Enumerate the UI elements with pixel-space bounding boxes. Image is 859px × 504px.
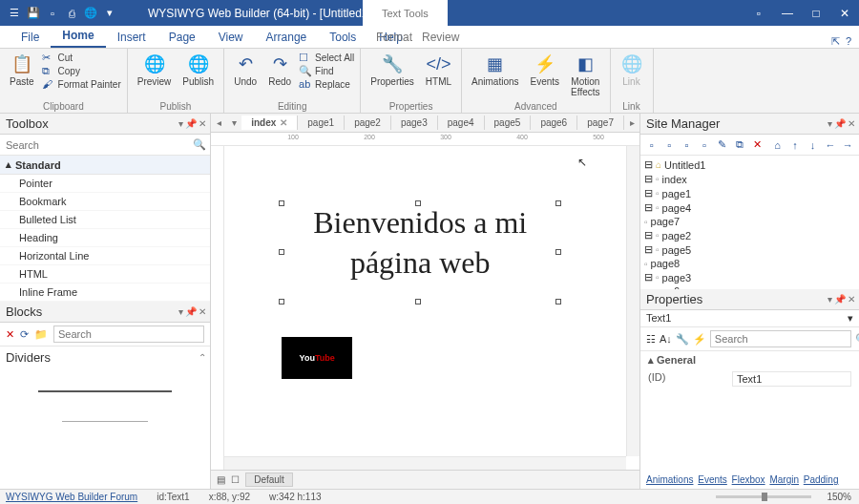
youtube-element[interactable]: YouTube	[282, 337, 352, 379]
link-button[interactable]: 🌐Link	[617, 51, 647, 89]
zoom-thumb[interactable]	[762, 493, 767, 501]
redo-button[interactable]: ↷Redo	[264, 51, 295, 89]
tree-node[interactable]: ⊟▫page4	[644, 200, 855, 215]
close-icon[interactable]: ✕	[848, 118, 855, 129]
link-animations[interactable]: Animations	[646, 474, 693, 485]
page-tab[interactable]: page4	[438, 116, 485, 130]
print-icon[interactable]: ⎙	[65, 7, 78, 20]
scroll-left-icon[interactable]: ◂	[211, 117, 226, 128]
search-icon[interactable]: 🔍	[855, 333, 859, 346]
tree-root[interactable]: ⊟⌂Untitled1	[644, 158, 855, 172]
resize-handle[interactable]	[279, 200, 284, 206]
property-object-selector[interactable]: Text1▾	[640, 310, 859, 327]
tab-view[interactable]: View	[207, 27, 255, 48]
resize-handle[interactable]	[279, 299, 284, 304]
toolbox-search-input[interactable]	[0, 139, 189, 151]
menu-icon[interactable]: ☰	[8, 7, 21, 20]
delete-icon[interactable]: ✕	[750, 138, 765, 151]
save-icon[interactable]: 💾	[27, 7, 40, 20]
qat-dropdown-icon[interactable]: ▾	[103, 7, 116, 20]
tab-review[interactable]: Review	[410, 27, 471, 48]
vertical-scrollbar[interactable]	[626, 146, 639, 456]
wrench-icon[interactable]: 🔧	[676, 333, 689, 346]
folder-icon[interactable]: 📁	[34, 328, 48, 341]
text-element[interactable]: Bienvenidos a mi página web	[282, 203, 558, 283]
tool-pointer[interactable]: Pointer	[0, 175, 210, 193]
down-icon[interactable]: ↓	[806, 139, 820, 151]
tab-insert[interactable]: Insert	[106, 27, 157, 48]
tree-node[interactable]: ⊟▫page3	[644, 270, 855, 284]
resize-handle[interactable]	[415, 200, 421, 206]
tree-node[interactable]: ▫page8	[644, 257, 855, 270]
page-tab[interactable]: page3	[391, 116, 438, 130]
pin-icon[interactable]: ▾	[178, 306, 183, 317]
tool-inline-frame[interactable]: Inline Frame	[0, 284, 210, 302]
resize-handle[interactable]	[415, 299, 421, 304]
maximize-icon[interactable]: □	[802, 0, 830, 26]
new-folder-icon[interactable]: ▫	[661, 139, 676, 151]
tool-bulleted-list[interactable]: Bulleted List	[0, 211, 210, 229]
properties-button[interactable]: 🔧Properties	[367, 51, 418, 89]
breakpoint-icon[interactable]: ▤	[217, 474, 225, 485]
delete-icon[interactable]: ✕	[6, 328, 14, 341]
globe-icon[interactable]: 🌐	[84, 7, 97, 20]
search-icon[interactable]: 🔍	[189, 138, 210, 151]
left-icon[interactable]: ←	[823, 139, 837, 151]
tree-node[interactable]: ⊟▫page1	[644, 186, 855, 200]
design-canvas[interactable]: Bienvenidos a mi página web YouTube ↖	[224, 146, 626, 456]
tree-node[interactable]: ⊟▫index	[644, 172, 855, 186]
replace-button[interactable]: abReplace	[299, 77, 354, 91]
categorize-icon[interactable]: ☷	[646, 333, 656, 346]
animations-button[interactable]: ▦Animations	[468, 51, 522, 89]
help-icon[interactable]: ?	[846, 35, 851, 48]
dividers-header[interactable]: Dividers ⌃	[0, 346, 210, 368]
page-tab[interactable]: page5	[485, 116, 532, 130]
paste-button[interactable]: 📋Paste	[6, 51, 38, 89]
preview-button[interactable]: 🌐Preview	[134, 51, 176, 89]
close-icon[interactable]: ✕	[830, 0, 859, 26]
horizontal-scrollbar[interactable]	[224, 456, 626, 470]
undo-button[interactable]: ↶Undo	[230, 51, 261, 89]
zoom-level[interactable]: 150%	[827, 492, 851, 502]
tool-heading[interactable]: Heading	[0, 229, 210, 247]
page-tab[interactable]: page1	[298, 116, 345, 130]
up-icon[interactable]: ↑	[787, 139, 802, 151]
tab-arrange[interactable]: Arrange	[255, 27, 319, 48]
resize-handle[interactable]	[555, 249, 561, 255]
html-button[interactable]: </>HTML	[422, 51, 455, 89]
blocks-search-input[interactable]	[53, 326, 204, 343]
close-tab-icon[interactable]: ✕	[280, 117, 287, 128]
pin-icon[interactable]: ▾	[178, 118, 183, 129]
events-button[interactable]: ⚡Events	[527, 51, 564, 89]
tab-tools[interactable]: Tools	[318, 27, 367, 48]
motion-effects-button[interactable]: ◧Motion Effects	[567, 51, 603, 99]
canvas-area[interactable]: Bienvenidos a mi página web YouTube ↖	[211, 146, 639, 470]
find-button[interactable]: 🔍Find	[299, 64, 354, 77]
link-padding[interactable]: Padding	[804, 474, 839, 485]
property-search-input[interactable]	[710, 330, 851, 347]
link-margin[interactable]: Margin	[769, 474, 799, 485]
tool-horizontal-line[interactable]: Horizontal Line	[0, 247, 210, 265]
sort-icon[interactable]: A↓	[660, 333, 672, 345]
forum-link[interactable]: WYSIWYG Web Builder Forum	[6, 492, 137, 502]
edit-icon[interactable]: ▫	[697, 139, 711, 151]
link-events[interactable]: Events	[698, 474, 727, 485]
link-flexbox[interactable]: Flexbox	[732, 474, 765, 485]
share-icon[interactable]: ⇱	[831, 35, 840, 48]
close-icon[interactable]: ✕	[199, 306, 206, 317]
pin-icon[interactable]: 📌	[185, 306, 197, 317]
rename-icon[interactable]: ✎	[715, 138, 729, 151]
copy-button[interactable]: ⧉Copy	[42, 64, 121, 77]
clone-icon[interactable]: ▫	[680, 139, 694, 151]
breakpoint-default[interactable]: Default	[245, 472, 293, 487]
toolbox-category[interactable]: ▴Standard	[0, 156, 210, 175]
tree-node[interactable]: ▫page7	[644, 215, 855, 228]
right-icon[interactable]: →	[841, 139, 855, 151]
pin-icon[interactable]: ▾	[828, 118, 832, 129]
format-painter-button[interactable]: 🖌Format Painter	[42, 77, 121, 91]
events-icon[interactable]: ⚡	[693, 333, 706, 346]
page-tab[interactable]: page6	[531, 116, 577, 130]
pin-icon[interactable]: 📌	[834, 118, 846, 129]
publish-button[interactable]: 🌐Publish	[178, 51, 218, 89]
ribbon-toggle-icon[interactable]: ▫	[744, 0, 773, 26]
